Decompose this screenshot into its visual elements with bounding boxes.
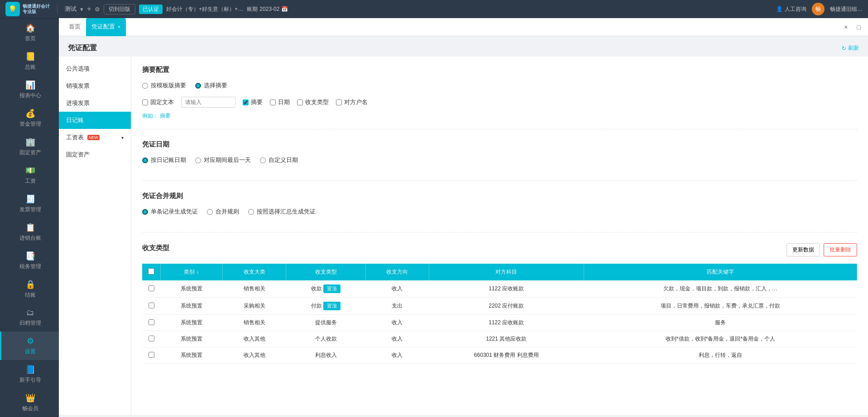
income-table: 类别 ↓ 收支大类 收支类型 收支方向 对方科目 匹配关键字 bbox=[142, 264, 857, 364]
sidebar-label-purchase: 进销台账 bbox=[19, 234, 41, 242]
menu-journal[interactable]: 日记账 bbox=[59, 112, 131, 129]
table-row: 系统预置 收入其他 利息收入 收入 660301 财务费用 利息费用 利息，行转… bbox=[142, 347, 857, 364]
refresh-btn[interactable]: ↻ 刷新 bbox=[842, 44, 859, 52]
summary-section-title: 摘要配置 bbox=[142, 66, 857, 74]
batch-delete-btn[interactable]: 批量删除 bbox=[824, 243, 857, 256]
col-keywords: 匹配关键字 bbox=[584, 264, 857, 280]
row-check-4 bbox=[142, 331, 160, 347]
example-text: 例如： 摘要 bbox=[142, 112, 857, 120]
row-major-3: 销售相关 bbox=[223, 315, 286, 331]
sidebar-label-guide: 新手引导 bbox=[19, 376, 41, 384]
radio-journal-date[interactable]: 按日记账日期 bbox=[142, 156, 186, 164]
radio-template[interactable]: 按模板版摘要 bbox=[142, 81, 186, 90]
sidebar-item-funds[interactable]: 💰 资金管理 bbox=[0, 104, 59, 133]
sidebar-label-ledger: 总账 bbox=[25, 63, 36, 71]
settings-icon[interactable]: ⚙ bbox=[95, 6, 100, 13]
table-row: 系统预置 销售相关 提供服务 收入 1122 应收账款 服务 bbox=[142, 315, 857, 331]
reset-btn-1[interactable]: 置顶 bbox=[323, 284, 340, 293]
plus-btn[interactable]: + bbox=[87, 5, 91, 13]
guide-icon: 📘 bbox=[25, 365, 35, 374]
row-check-5 bbox=[142, 347, 160, 364]
sidebar-item-close[interactable]: 🔒 结账 bbox=[0, 275, 59, 303]
radio-period-last[interactable]: 对应期间最后一天 bbox=[195, 156, 251, 164]
sidebar-item-invoice[interactable]: 🧾 发票管理 bbox=[0, 190, 59, 218]
row-category-2: 系统预置 bbox=[160, 298, 223, 315]
reset-btn-2[interactable]: 置顶 bbox=[323, 302, 340, 310]
window-maximize-btn[interactable]: □ bbox=[854, 23, 863, 32]
status-badge: 已认证 bbox=[139, 5, 163, 14]
menu-payroll[interactable]: 工资表 NEW ▾ bbox=[59, 129, 131, 146]
sidebar-label-home: 首页 bbox=[25, 35, 36, 43]
summary-checkbox[interactable]: 摘要 bbox=[243, 98, 263, 106]
menu-purchase-inv[interactable]: 进项发票 bbox=[59, 95, 131, 112]
sidebar-label-archive: 归档管理 bbox=[19, 319, 41, 327]
col-category: 类别 ↓ bbox=[160, 264, 223, 280]
select-all-checkbox[interactable] bbox=[148, 268, 154, 275]
type-checkbox[interactable]: 收支类型 bbox=[297, 98, 329, 106]
tab-close-icon[interactable]: × bbox=[118, 24, 120, 29]
row-account-3: 1122 应收账款 bbox=[429, 315, 584, 331]
sidebar-item-settings[interactable]: ⚙ 设置 bbox=[0, 332, 59, 360]
sidebar-label-settings: 设置 bbox=[25, 348, 36, 355]
row-keywords-5: 利息，行转，返自 bbox=[584, 347, 857, 364]
sidebar-item-ledger[interactable]: 📒 总账 bbox=[0, 47, 59, 76]
test-tag: 测试 bbox=[65, 5, 77, 13]
sidebar-item-member[interactable]: 👑 畅会员 bbox=[0, 389, 59, 417]
sidebar-item-reports[interactable]: 📊 报表中心 bbox=[0, 76, 59, 104]
page-inner: 凭证配置 ↻ 刷新 公共选项 销项发票 进项发票 日记账 bbox=[59, 36, 868, 415]
support-icon: 👤 bbox=[776, 6, 783, 12]
tab-voucher-config[interactable]: 凭证配置 × bbox=[86, 18, 126, 36]
support-btn[interactable]: 👤 人工咨询 bbox=[776, 5, 806, 13]
radio-merge[interactable]: 合并规则 bbox=[207, 208, 239, 216]
radio-single[interactable]: 单条记录生成凭证 bbox=[142, 208, 198, 216]
sidebar-item-archive[interactable]: 🗂 归档管理 bbox=[0, 303, 59, 332]
content-area: 首页 凭证配置 × × □ 凭证配置 ↻ bbox=[59, 18, 868, 417]
sidebar-item-home[interactable]: 🏠 首页 bbox=[0, 19, 59, 47]
top-tags: 好会计（专）+好生意（标）+… bbox=[166, 5, 243, 13]
tab-bar: 首页 凭证配置 × × □ bbox=[59, 18, 868, 36]
sidebar-item-tax[interactable]: 📑 税务管理 bbox=[0, 246, 59, 275]
menu-fixed[interactable]: 固定资产 bbox=[59, 146, 131, 163]
sidebar: 🏠 首页 📒 总账 📊 报表中心 💰 资金管理 🏢 固定资产 💵 工资 bbox=[0, 18, 59, 417]
page-title: 凭证配置 bbox=[68, 43, 97, 53]
tab-window-controls: × □ bbox=[841, 23, 863, 32]
row-check-1 bbox=[142, 280, 160, 298]
radio-summary-gen[interactable]: 按照选择汇总生成凭证 bbox=[248, 208, 316, 216]
table-header-check bbox=[142, 264, 160, 280]
radio-custom-date[interactable]: 自定义日期 bbox=[260, 156, 298, 164]
tab-home[interactable]: 首页 bbox=[63, 18, 86, 36]
row-check-3 bbox=[142, 315, 160, 331]
fixed-text-checkbox[interactable]: 固定文本 bbox=[142, 98, 174, 106]
funds-icon: 💰 bbox=[25, 109, 35, 118]
row-category-4: 系统预置 bbox=[160, 331, 223, 347]
tax-icon: 📑 bbox=[25, 251, 35, 261]
salary-icon: 💵 bbox=[25, 166, 35, 175]
settings-menu-icon: ⚙ bbox=[27, 336, 34, 346]
calendar-icon[interactable]: 📅 bbox=[281, 6, 288, 12]
menu-sales[interactable]: 销项发票 bbox=[59, 77, 131, 95]
update-data-btn[interactable]: 更新数据 bbox=[786, 243, 820, 256]
switch-btn[interactable]: 切到旧版 bbox=[104, 4, 135, 14]
counterparty-checkbox[interactable]: 对方户名 bbox=[336, 98, 368, 106]
sidebar-item-guide[interactable]: 📘 新手引导 bbox=[0, 360, 59, 389]
radio-select[interactable]: 选择摘要 bbox=[195, 81, 227, 90]
date-checkbox[interactable]: 日期 bbox=[270, 98, 290, 106]
sidebar-label-member: 畅会员 bbox=[22, 405, 38, 412]
merge-section-title: 凭证合并规则 bbox=[142, 192, 857, 200]
window-close-btn[interactable]: × bbox=[841, 23, 850, 32]
dropdown-icon[interactable]: ▾ bbox=[80, 6, 83, 13]
fixed-text-input[interactable] bbox=[181, 97, 235, 108]
ledger-icon: 📒 bbox=[25, 52, 35, 62]
date-radio-group: 按日记账日期 对应期间最后一天 自定义日期 bbox=[142, 156, 857, 164]
sidebar-item-assets[interactable]: 🏢 固定资产 bbox=[0, 133, 59, 161]
date-section: 凭证日期 按日记账日期 对应期间最后一天 bbox=[142, 140, 857, 181]
row-keywords-3: 服务 bbox=[584, 315, 857, 331]
row-category-5: 系统预置 bbox=[160, 347, 223, 364]
menu-public[interactable]: 公共选项 bbox=[59, 60, 131, 77]
sidebar-item-salary[interactable]: 💵 工资 bbox=[0, 161, 59, 190]
sidebar-item-purchase[interactable]: 📋 进销台账 bbox=[0, 218, 59, 246]
two-panel: 公共选项 销项发票 进项发票 日记账 工资表 NEW ▾ 固定资产 bbox=[59, 57, 868, 415]
refresh-icon: ↻ bbox=[842, 45, 846, 52]
invoice-icon: 🧾 bbox=[25, 194, 35, 204]
page-content: 凭证配置 ↻ 刷新 公共选项 销项发票 进项发票 日记账 bbox=[59, 36, 868, 417]
